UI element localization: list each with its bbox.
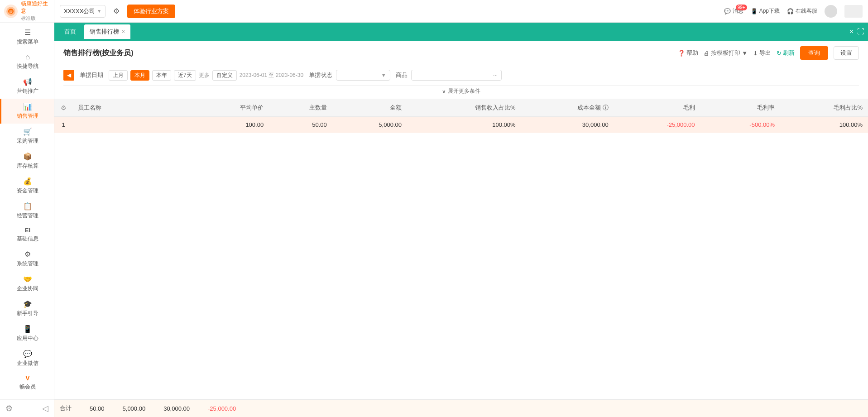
sidebar-item-collab-label: 企业协同 (17, 285, 38, 292)
cell-rank: 1 (54, 117, 72, 133)
page-title: 销售排行榜(按业务员) (63, 48, 134, 58)
tab-minimize-icon[interactable]: × (849, 28, 854, 36)
export-button[interactable]: ⬇ 导出 (753, 49, 771, 57)
cell-quantity: 50.00 (269, 117, 332, 133)
svg-text:康: 康 (9, 10, 13, 14)
sidebar-nav: ☰ 搜索菜单 ⌂ 快捷导航 📢 营销推广 📊 销售管理 🛒 采购管理 📦 库存核… (0, 23, 54, 399)
expand-more-row: ∨ 展开更多条件 (63, 85, 859, 99)
collapse-sidebar-icon[interactable]: ◁ (42, 403, 48, 413)
sidebar-item-system[interactable]: ⚙ 系统管理 (0, 246, 54, 271)
cell-profit-rate: -500.00% (700, 117, 780, 133)
sidebar-item-member[interactable]: V 畅会员 (0, 371, 54, 394)
refresh-button[interactable]: ↻ 刷新 (777, 49, 795, 57)
sales-table: ⚙ 员工名称 平均单价 主数量 全额 销售收入占比% 成本全额 ⓘ 毛利 毛利率… (54, 99, 868, 133)
message-button[interactable]: 💬 消息 99+ (724, 7, 743, 15)
help-button[interactable]: ❓ 帮助 (678, 49, 698, 57)
message-badge: 99+ (736, 5, 747, 10)
date-filter-group: 上月 本月 本年 近7天 更多 自定义 2023-06-01 至 2023-06… (109, 70, 303, 81)
sidebar-item-apps[interactable]: 📱 应用中心 (0, 321, 54, 346)
sidebar-item-inventory[interactable]: 📦 库存核算 (0, 149, 54, 173)
sidebar-item-sales[interactable]: 📊 销售管理 (0, 99, 54, 124)
last7-btn[interactable]: 近7天 (174, 70, 196, 81)
inventory-icon: 📦 (23, 152, 32, 161)
col-name-header: 员工名称 (72, 99, 193, 117)
col-settings: ⚙ (54, 99, 72, 117)
table-row: 1 100.00 50.00 5,000.00 100.00% 30,000.0… (54, 117, 868, 133)
main-content: XXXXX公司 ▼ ⚙ 体验行业方案 💬 消息 99+ 📱 App下载 🎧 在线… (54, 0, 868, 417)
sidebar-item-basic-label: 基础信息 (17, 235, 38, 243)
cell-name (72, 117, 193, 133)
cell-profit-ratio: 100.00% (780, 117, 868, 133)
sidebar-item-marketing[interactable]: 📢 营销推广 (0, 74, 54, 99)
user-avatar[interactable] (825, 5, 837, 18)
collapse-filter-button[interactable]: ◀ (63, 70, 74, 81)
company-dropdown-arrow: ▼ (97, 9, 101, 14)
sidebar-item-guide-label: 新手引导 (17, 310, 38, 317)
sidebar-item-guide[interactable]: 🎓 新手引导 (0, 296, 54, 321)
content-area: 销售排行榜(按业务员) ❓ 帮助 🖨 按模板打印 ▼ ⬇ 导出 (54, 41, 868, 417)
settings-footer-icon[interactable]: ⚙ (5, 403, 13, 413)
tab-close-icon[interactable]: × (122, 29, 125, 35)
company-selector[interactable]: XXXXX公司 ▼ (60, 5, 106, 18)
col-profit-rate-header: 毛利率 (700, 99, 780, 117)
search-menu-icon: ☰ (24, 28, 31, 37)
sidebar-item-system-label: 系统管理 (17, 260, 38, 268)
apps-icon: 📱 (23, 325, 32, 333)
logo-sub: 标准版 (21, 15, 50, 22)
purchase-icon: 🛒 (23, 127, 32, 136)
online-label: 在线客服 (796, 7, 817, 15)
sidebar-item-search[interactable]: ☰ 搜索菜单 (0, 24, 54, 49)
sidebar-item-collab[interactable]: 🤝 企业协同 (0, 271, 54, 296)
status-select[interactable]: ▼ (336, 70, 390, 81)
custom-date-btn[interactable]: 自定义 (212, 70, 237, 81)
more-date-options[interactable]: 更多 (199, 72, 210, 79)
sidebar-item-quick-nav[interactable]: ⌂ 快捷导航 (0, 49, 54, 74)
footer-quantity: 50.00 (90, 405, 105, 412)
online-service-button[interactable]: 🎧 在线客服 (787, 7, 817, 15)
system-icon: ⚙ (24, 250, 31, 259)
table-header-row: ⚙ 员工名称 平均单价 主数量 全额 销售收入占比% 成本全额 ⓘ 毛利 毛利率… (54, 99, 868, 117)
help-icon: ❓ (678, 50, 685, 57)
this-month-btn[interactable]: 本月 (130, 70, 149, 81)
sidebar-item-operations[interactable]: 📋 经营管理 (0, 198, 54, 223)
marketing-icon: 📢 (23, 77, 32, 86)
refresh-icon: ↻ (777, 50, 782, 57)
tab-actions: × ⛶ (849, 28, 864, 36)
sidebar-item-inventory-label: 库存核算 (17, 162, 38, 170)
header-actions: ❓ 帮助 🖨 按模板打印 ▼ ⬇ 导出 ↻ 刷新 (678, 46, 859, 60)
status-dropdown-arrow: ▼ (381, 72, 386, 78)
goods-select[interactable]: ··· (411, 70, 502, 81)
sidebar-item-finance[interactable]: 💰 资金管理 (0, 173, 54, 198)
sidebar-item-wechat[interactable]: 💬 企业微信 (0, 346, 54, 371)
print-button[interactable]: 🖨 按模板打印 ▼ (704, 49, 748, 57)
sidebar-item-finance-label: 资金管理 (17, 187, 38, 195)
logo-name: 畅康通好生意 (21, 0, 50, 14)
page-title-row: 销售排行榜(按业务员) ❓ 帮助 🖨 按模板打印 ▼ ⬇ 导出 (63, 46, 859, 60)
tab-sales-ranking[interactable]: 销售排行榜 × (84, 24, 130, 39)
col-settings-icon[interactable]: ⚙ (61, 104, 67, 111)
member-icon: V (25, 374, 29, 382)
expand-more-button[interactable]: ∨ 展开更多条件 (442, 87, 480, 95)
tab-fullscreen-icon[interactable]: ⛶ (857, 28, 864, 36)
date-range-display: 2023-06-01 至 2023-06-30 (240, 72, 303, 79)
sidebar-item-basic-info[interactable]: EI 基础信息 (0, 223, 54, 246)
topbar-settings-icon[interactable]: ⚙ (109, 4, 124, 19)
message-icon: 💬 (724, 8, 731, 14)
this-year-btn[interactable]: 本年 (152, 70, 171, 81)
app-icon: 📱 (751, 8, 758, 14)
cell-avg-price: 100.00 (193, 117, 269, 133)
collab-icon: 🤝 (23, 275, 32, 283)
goods-filter-label: 商品 (396, 71, 408, 79)
tab-home[interactable]: 首页 (58, 23, 82, 41)
company-name: XXXXX公司 (64, 7, 95, 15)
user-name-display (844, 5, 863, 18)
page-header: 销售排行榜(按业务员) ❓ 帮助 🖨 按模板打印 ▼ ⬇ 导出 (54, 41, 868, 99)
page-settings-button[interactable]: 设置 (834, 46, 859, 60)
last-month-btn[interactable]: 上月 (109, 70, 128, 81)
footer-total-label: 合计 (60, 404, 72, 412)
app-download-button[interactable]: 📱 App下载 (751, 7, 780, 15)
col-profit-ratio-header: 毛利占比% (780, 99, 868, 117)
try-industry-button[interactable]: 体验行业方案 (127, 5, 175, 18)
sidebar-item-purchase[interactable]: 🛒 采购管理 (0, 124, 54, 149)
query-button[interactable]: 查询 (800, 46, 828, 60)
